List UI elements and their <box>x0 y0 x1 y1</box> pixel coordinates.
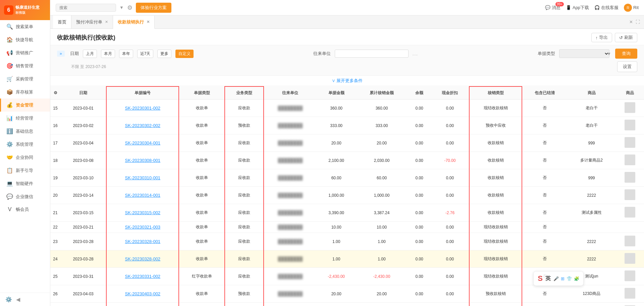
cell-partner: ████████ <box>264 117 317 134</box>
docnum-link[interactable]: SK-20230321-003 <box>125 225 161 230</box>
docnum-link[interactable]: SK-20230403-002 <box>125 291 161 296</box>
cell-doctype: 收款单 <box>179 303 225 306</box>
sidebar-item-hardware[interactable]: 💻 智能硬件 <box>0 177 50 190</box>
partner-input[interactable] <box>335 50 409 58</box>
cell-biztype: 应收款 <box>225 187 264 204</box>
cell-goods1: 123D商品 <box>567 285 616 303</box>
cell-amount: -2,430.00 <box>317 268 356 285</box>
cell-writeoff: -2,430.00 <box>356 268 408 285</box>
sidebar-item-search[interactable]: 🔍 搜索菜单 <box>0 20 50 33</box>
cell-included: 否 <box>522 187 567 204</box>
online-service-button[interactable]: 🎧 在线客服 <box>594 5 619 11</box>
expand-more-bar[interactable]: ∨ 展开更多条件 <box>50 76 644 86</box>
docnum-link[interactable]: SK-20230331-002 <box>125 274 161 279</box>
date-last-7days-button[interactable]: 近7天 <box>137 50 154 58</box>
cell-goods2 <box>616 285 644 303</box>
expand-more-label: ∨ 展开更多条件 <box>332 78 363 83</box>
cell-date: 2023-03-14 <box>60 187 106 204</box>
docnum-link[interactable]: SK-20230301-002 <box>125 106 161 111</box>
cell-balance: 0.00 <box>408 303 431 306</box>
sidebar-item-purchase[interactable]: 🛒 采购管理 <box>0 72 50 85</box>
sidebar-item-operation[interactable]: 📊 经营管理 <box>0 112 50 125</box>
sidebar-item-basic[interactable]: ℹ️ 基础信息 <box>0 125 50 138</box>
sidebar-nav: 🔍 搜索菜单🏠 快捷导航📢 营销推广🎯 销售管理🛒 采购管理📦 库存核算💰 资金… <box>0 20 50 293</box>
cell-nuctype: 现结收款核销 <box>469 222 522 233</box>
cell-docnum: SK-20230314-001 <box>106 187 179 204</box>
collapse-icon[interactable]: ◀ <box>16 296 20 303</box>
export-label: 导出 <box>599 35 608 41</box>
cell-nuctype: 现结收款核销 <box>469 268 522 285</box>
col-settings[interactable]: ⚙ <box>50 86 60 100</box>
docnum-link[interactable]: SK-20230308-001 <box>125 158 161 163</box>
cell-goods1: 2222 <box>567 250 616 268</box>
col-goods1: 商品 <box>567 86 616 100</box>
date-custom-button[interactable]: 自定义 <box>175 50 194 58</box>
docnum-link[interactable]: SK-20230310-001 <box>125 175 161 180</box>
sidebar-item-system[interactable]: ⚙️ 系统管理 <box>0 138 50 151</box>
username: Rit <box>633 5 639 10</box>
refresh-button[interactable]: ↺ 刷新 <box>615 33 637 42</box>
cell-docnum: SK-20230304-001 <box>106 134 179 152</box>
settings-icon[interactable]: ⚙️ <box>5 296 12 303</box>
sidebar-item-member[interactable]: V 畅会员 <box>0 203 50 216</box>
user-menu[interactable]: R Rit <box>624 4 639 12</box>
docnum-link[interactable]: SK-20230302-002 <box>125 123 161 128</box>
sidebar-item-corp[interactable]: 🤝 企业协同 <box>0 151 50 164</box>
tab-writeoff[interactable]: 收款核销执行 ✕ <box>113 16 155 29</box>
sidebar-label-system: 系统管理 <box>16 141 33 147</box>
main-area: ▼ ⚙ 体验行业方案 💬 消息 99+ 📱 App下载 🎧 在线客服 R Rit <box>50 0 644 306</box>
cell-goods2 <box>616 169 644 187</box>
search-input[interactable] <box>56 4 116 12</box>
date-more-button[interactable]: 更多 <box>157 50 171 58</box>
message-icon: 💬 <box>545 5 550 10</box>
gear-icon[interactable]: ⚙ <box>127 4 132 11</box>
sidebar-item-finance[interactable]: 💰 资金管理 <box>0 99 50 112</box>
docnum-link[interactable]: SK-20230328-002 <box>125 256 161 261</box>
date-this-year-button[interactable]: 本年 <box>119 50 133 58</box>
sidebar-item-inventory[interactable]: 📦 库存核算 <box>0 85 50 99</box>
cell-discount: 0.00 <box>431 187 469 204</box>
table-row: 20 2023-03-14 SK-20230314-001 收款单 应收款 ██… <box>50 187 644 204</box>
tab-writeoff-close[interactable]: ✕ <box>147 20 150 24</box>
sidebar-item-guide[interactable]: 📋 新手引导 <box>0 164 50 177</box>
query-button[interactable]: 查询 <box>615 49 637 59</box>
sidebar-item-sales[interactable]: 🎯 销售管理 <box>0 59 50 72</box>
fullscreen-icon[interactable]: ⛶ <box>636 19 640 24</box>
settings-button[interactable]: 设置 <box>617 61 637 72</box>
cell-partner: ████████ <box>264 303 317 306</box>
tab-home[interactable]: 首页 <box>53 15 71 28</box>
partner-label: 往来单位 <box>313 51 331 57</box>
app-name: 畅康道好生意 <box>15 5 40 10</box>
cell-nuctype: 预收款核销 <box>469 285 522 303</box>
cell-writeoff: 60.00 <box>356 169 408 187</box>
date-last-month-button[interactable]: 上月 <box>83 50 97 58</box>
docnum-link[interactable]: SK-20230315-002 <box>125 210 161 215</box>
sidebar-item-marketing[interactable]: 📢 营销推广 <box>0 46 50 59</box>
dropdown-icon[interactable]: ▼ <box>119 5 124 10</box>
export-button[interactable]: ↑ 导出 <box>591 33 612 42</box>
filter-expand-button[interactable]: » <box>57 51 65 57</box>
sidebar-item-shortcut[interactable]: 🏠 快捷导航 <box>0 33 50 46</box>
tab-payables-close[interactable]: ✕ <box>105 20 108 24</box>
app-download-button[interactable]: 📱 App下载 <box>566 5 589 11</box>
goods-image <box>625 155 635 165</box>
cell-docnum: SK-20230315-002 <box>106 204 179 222</box>
cell-writeoff: 20.00 <box>356 285 408 303</box>
cell-nuctype: 现结收款核销 <box>469 100 522 117</box>
docnum-link[interactable]: SK-20230304-001 <box>125 140 161 145</box>
tab-payables[interactable]: 预付冲应付单 ✕ <box>71 15 113 28</box>
cell-nuctype: 现结收款核销 <box>469 250 522 268</box>
sidebar-item-wechat[interactable]: 💬 企业微信 <box>0 190 50 203</box>
cell-no: 21 <box>50 204 60 222</box>
date-this-month-button[interactable]: 本月 <box>101 50 115 58</box>
doc-type-select[interactable] <box>559 49 609 58</box>
cell-partner: ████████ <box>264 250 317 268</box>
sidebar-label-sales: 销售管理 <box>16 63 33 69</box>
cell-amount: 2,100.00 <box>317 152 356 169</box>
cell-biztype: 应收款 <box>225 303 264 306</box>
docnum-link[interactable]: SK-20230314-001 <box>125 193 161 198</box>
docnum-link[interactable]: SK-20230328-001 <box>125 239 161 244</box>
industry-solution-button[interactable]: 体验行业方案 <box>136 3 171 13</box>
close-tab-icon[interactable]: ✕ <box>629 19 633 24</box>
messages-button[interactable]: 💬 消息 99+ <box>545 5 560 11</box>
